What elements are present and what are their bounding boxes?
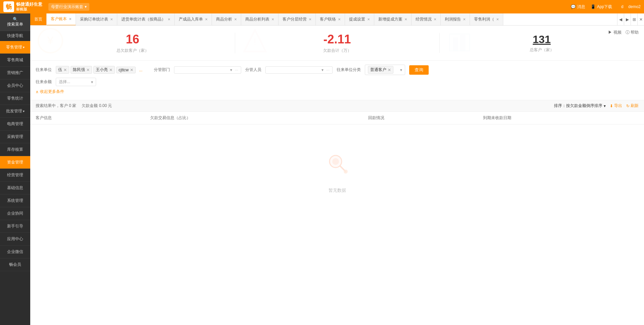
tab-close-all-button[interactable]: ✕ [637,13,644,26]
tab-customer-segment-label: 客户分层经营 [283,16,307,22]
sidebar-item-wholesale[interactable]: 批发管理 ▾ [0,105,30,118]
tab-product-analysis[interactable]: 商品分析 ✕ [212,13,241,26]
sidebar-item-retail[interactable]: 零售管理 ▾ [0,41,30,54]
sidebar-item-retail-shop[interactable]: 零售商城 [0,54,30,67]
filter-tag-wang-remove[interactable]: ✕ [109,68,113,72]
sidebar-item-new-guide[interactable]: 新手引导 [0,220,30,233]
tab-promotion-settings[interactable]: 提成设置 ✕ [345,13,374,26]
sidebar-item-marketing[interactable]: 营销推广 [0,67,30,79]
tab-new-promotion[interactable]: 新增提成方案 ✕ [374,13,412,26]
tab-product-stock-close[interactable]: ✕ [205,17,208,21]
tab-customer-contact[interactable]: 客户联络 ✕ [316,13,345,26]
query-button[interactable]: 查询 [409,65,429,75]
sidebar-item-purchase[interactable]: 采购管理 [0,131,30,143]
sidebar-search[interactable]: 🔍 搜索菜单 [0,13,30,31]
filter-tag-more[interactable]: ... [137,67,144,73]
tab-product-analysis-list-close[interactable]: ✕ [271,17,274,21]
workspace-selector[interactable]: 母婴行业演示账套 ▾ [48,3,89,11]
tab-accounts-close[interactable]: ✕ [69,17,72,21]
workspace-arrow-icon: ▾ [85,4,87,9]
tab-prev-button[interactable]: ◀ [617,13,624,26]
stat-debit-total-value: -2.11 [323,32,351,46]
col-due-date: 到期未收款日期 [478,112,644,124]
sidebar-item-finance[interactable]: 资金管理 [0,156,30,169]
filter-collapse-toggle[interactable]: ∧ 收起更多条件 [36,89,639,95]
filter-tag-wu: 伍 ✕ [56,66,69,74]
filter-tags: 伍 ✕ 陈民强 ✕ 王小亮 ✕ [56,66,144,74]
sidebar-item-vip[interactable]: 畅会员 [0,258,30,271]
tab-expand-button[interactable]: ⊞ [631,13,637,26]
user-menu[interactable]: d demo2 [617,2,641,11]
sidebar-item-enterprise-coop[interactable]: 企业协同 [0,207,30,220]
app-download-button[interactable]: 📱 App下载 [591,4,612,10]
video-button[interactable]: ▶ 视频 [608,30,621,35]
sidebar-item-retail-stats[interactable]: 零售统计 [0,92,30,105]
top-bar-left: 畅 畅捷通好生意 标账版 母婴行业演示账套 ▾ [3,1,89,12]
filter-tag-wu-remove[interactable]: ✕ [63,68,67,72]
tab-new-promotion-close[interactable]: ✕ [404,17,407,21]
amount-placeholder: 选择... [59,79,70,85]
sidebar: 🔍 搜索菜单 快捷导航 零售管理 ▾ 零售商城 营销推广 会员中心 零售统计 [0,13,30,325]
filter-tag-chen-text: 陈民强 [73,67,85,73]
sidebar-item-inventory-label: 库存核算 [7,147,23,152]
unit-class-remove[interactable]: ✕ [388,68,391,72]
tab-customer-contact-close[interactable]: ✕ [338,17,341,21]
sort-select[interactable]: 排序：按欠款金额倒序排序 ▾ [554,103,606,109]
tab-purchase-order-close[interactable]: ✕ [110,17,113,21]
tab-retail-profit-close[interactable]: ✕ [496,17,499,21]
sidebar-item-basic-info-label: 基础信息 [7,185,23,190]
tab-product-analysis-list[interactable]: 商品分析列表 ✕ [241,13,278,26]
dept-select[interactable]: ▾ ··· [174,66,241,74]
tab-retail-profit[interactable]: 零售利润（ ✕ [470,13,503,26]
unit-class-select[interactable]: 普通客户 ✕ ▾ [365,65,405,75]
refresh-button[interactable]: ↻ 刷新 [626,103,639,109]
refresh-label: 刷新 [631,103,639,109]
workspace-label: 母婴行业演示账套 [51,4,83,10]
tab-operation-close[interactable]: ✕ [434,17,436,21]
filter-tag-wu-text: 伍 [58,67,62,73]
sidebar-item-retail-shop-label: 零售商城 [7,58,23,62]
filter-tag-cjttcw-remove[interactable]: ✕ [130,68,133,72]
sidebar-item-app-center[interactable]: 应用中心 [0,233,30,246]
export-button[interactable]: ⬇ 导出 [610,103,622,109]
logo-char: 畅 [6,3,12,11]
sidebar-item-ecommerce[interactable]: 电商管理 [0,118,30,131]
tab-stock-in[interactable]: 进货单统计表（按商品） ✕ [117,13,175,26]
filter-tag-chen-remove[interactable]: ✕ [86,68,90,72]
unit-class-tag: 普通客户 ✕ [368,66,393,74]
logo-icon: 畅 [3,1,14,12]
tab-home[interactable]: 首页 [30,13,47,26]
tab-customer-segment[interactable]: 客户分层经营 ✕ [278,13,316,26]
sidebar-item-new-guide-label: 新手引导 [7,224,23,228]
tab-customer-segment-close[interactable]: ✕ [309,17,311,21]
sidebar-item-enterprise-wechat[interactable]: 企业微信 [0,246,30,258]
filter-tag-cjttcw: cjttcw ✕ [116,67,136,73]
tab-profit-report[interactable]: 利润报告 ✕ [441,13,470,26]
tab-promotion-settings-close[interactable]: ✕ [367,17,370,21]
tab-accounts[interactable]: 客户账本 ✕ [47,13,76,26]
tab-stock-in-close[interactable]: ✕ [168,17,170,21]
sidebar-item-marketing-label: 营销推广 [7,70,23,75]
sidebar-item-system[interactable]: 系统管理 [0,194,30,207]
tab-profit-report-label: 利润报告 [445,16,461,22]
tab-product-analysis-close[interactable]: ✕ [234,17,237,21]
tab-next-button[interactable]: ▶ [624,13,631,26]
amount-arrow-icon: ▾ [91,80,93,84]
tab-arrows: ◀ ▶ ⊞ ✕ [617,13,644,26]
person-select[interactable]: ▾ ··· [265,66,333,74]
tab-operation[interactable]: 经营情况 ✕ [412,13,441,26]
tab-profit-report-close[interactable]: ✕ [463,17,466,21]
search-icon: 🔍 [13,17,18,22]
sidebar-quick-nav[interactable]: 快捷导航 [0,31,30,41]
tab-purchase-order[interactable]: 采购订单统计表 ✕ [76,13,117,26]
sidebar-item-operation-mgmt[interactable]: 经营管理 [0,169,30,182]
sidebar-item-member[interactable]: 会员中心 [0,79,30,92]
sidebar-item-inventory[interactable]: 库存核算 [0,143,30,156]
message-button[interactable]: 💬 消息 [571,4,585,10]
sort-arrow-icon: ▾ [604,104,606,108]
filter-toggle-row: ∧ 收起更多条件 [36,89,639,95]
amount-select[interactable]: 选择... ▾ [56,78,96,86]
help-button[interactable]: ⓘ 帮助 [626,30,639,35]
sidebar-item-basic-info[interactable]: 基础信息 [0,182,30,194]
tab-product-stock[interactable]: 产成品入库单 ✕ [175,13,212,26]
